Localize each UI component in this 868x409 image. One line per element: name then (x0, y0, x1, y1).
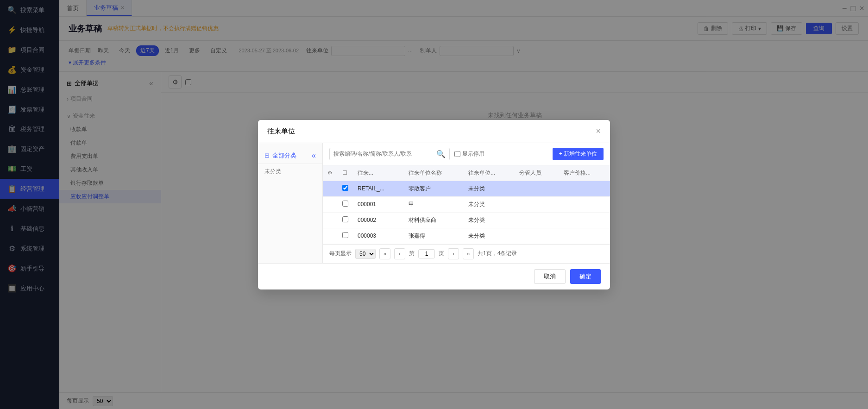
dialog-overlay: 往来单位 × ⊞ 全部分类 « 未分类 🔍 (0, 0, 868, 409)
row-manager-1 (515, 181, 559, 196)
dialog-pagination: 每页显示 50 « ‹ 第 页 › » 共1页，4条记录 (323, 244, 610, 263)
row-price-2 (559, 196, 610, 212)
dialog-footer: 取消 确定 (258, 263, 610, 289)
row-price-4 (559, 228, 610, 244)
row-code-4: 000003 (353, 228, 404, 244)
table-header-row: ⚙ ☐ 往来... 往来单位名称 往来单位... 分管人员 客户价格... (323, 165, 610, 181)
row-code-2: 000001 (353, 196, 404, 212)
dialog-table: ⚙ ☐ 往来... 往来单位名称 往来单位... 分管人员 客户价格... (323, 165, 610, 244)
table-row[interactable]: 000002 材料供应商 未分类 (323, 212, 610, 228)
row-manager-4 (515, 228, 559, 244)
row-name-1: 零散客户 (404, 181, 464, 196)
row-category-4: 未分类 (464, 228, 515, 244)
search-input-wrap: 🔍 (329, 148, 450, 160)
dialog-search-bar: 🔍 显示停用 + 新增往来单位 (323, 143, 610, 165)
next-page-button[interactable]: › (448, 248, 459, 259)
cancel-button[interactable]: 取消 (534, 269, 566, 284)
row-check-4 (338, 228, 353, 244)
th-check: ☐ (338, 165, 353, 181)
dialog-table-panel: 🔍 显示停用 + 新增往来单位 ⚙ (323, 143, 610, 263)
row-code-3: 000002 (353, 212, 404, 228)
search-icon: 🔍 (436, 150, 446, 158)
partner-dialog: 往来单位 × ⊞ 全部分类 « 未分类 🔍 (258, 120, 610, 289)
th-settings: ⚙ (323, 165, 338, 181)
row-category-1: 未分类 (464, 181, 515, 196)
dialog-header: 往来单位 × (258, 120, 610, 143)
row-category-3: 未分类 (464, 212, 515, 228)
th-code: 往来... (353, 165, 404, 181)
dialog-close-button[interactable]: × (596, 126, 601, 136)
grid-icon-small: ⊞ (264, 152, 270, 159)
row-price-3 (559, 212, 610, 228)
dialog-search-input[interactable] (333, 151, 434, 157)
confirm-button[interactable]: 确定 (570, 269, 601, 284)
first-page-button[interactable]: « (379, 248, 390, 259)
prev-page-button[interactable]: ‹ (394, 248, 405, 259)
row-name-4: 张嘉得 (404, 228, 464, 244)
row-name-2: 甲 (404, 196, 464, 212)
row-category-2: 未分类 (464, 196, 515, 212)
partners-table-body: RETAIL_... 零散客户 未分类 000001 甲 (323, 181, 610, 244)
category-item-unclassified[interactable]: 未分类 (258, 164, 322, 179)
th-category: 往来单位... (464, 165, 515, 181)
row-check-1 (338, 181, 353, 196)
row-price-1 (559, 181, 610, 196)
row-code-1: RETAIL_... (353, 181, 404, 196)
row-settings-2 (323, 196, 338, 212)
th-price: 客户价格... (559, 165, 610, 181)
row-settings-1 (323, 181, 338, 196)
category-panel: ⊞ 全部分类 « 未分类 (258, 143, 323, 263)
row-settings-3 (323, 212, 338, 228)
table-row[interactable]: 000001 甲 未分类 (323, 196, 610, 212)
th-manager: 分管人员 (515, 165, 559, 181)
page-number-input[interactable] (418, 249, 435, 258)
dialog-page-size[interactable]: 50 (355, 249, 376, 259)
row-settings-4 (323, 228, 338, 244)
table-row[interactable]: 000003 张嘉得 未分类 (323, 228, 610, 244)
row-manager-2 (515, 196, 559, 212)
table-row[interactable]: RETAIL_... 零散客户 未分类 (323, 181, 610, 196)
last-page-button[interactable]: » (463, 248, 474, 259)
row-check-3 (338, 212, 353, 228)
row-manager-3 (515, 212, 559, 228)
dialog-title: 往来单位 (267, 127, 295, 136)
show-disabled-checkbox[interactable] (454, 151, 460, 157)
partners-table: ⚙ ☐ 往来... 往来单位名称 往来单位... 分管人员 客户价格... (323, 165, 610, 244)
category-header: ⊞ 全部分类 « (258, 148, 322, 164)
category-collapse-button[interactable]: « (312, 151, 316, 160)
add-partner-button[interactable]: + 新增往来单位 (553, 148, 604, 160)
show-disabled-label[interactable]: 显示停用 (454, 150, 484, 158)
dialog-body: ⊞ 全部分类 « 未分类 🔍 显示停用 (258, 143, 610, 263)
th-name: 往来单位名称 (404, 165, 464, 181)
row-check-2 (338, 196, 353, 212)
row-name-3: 材料供应商 (404, 212, 464, 228)
